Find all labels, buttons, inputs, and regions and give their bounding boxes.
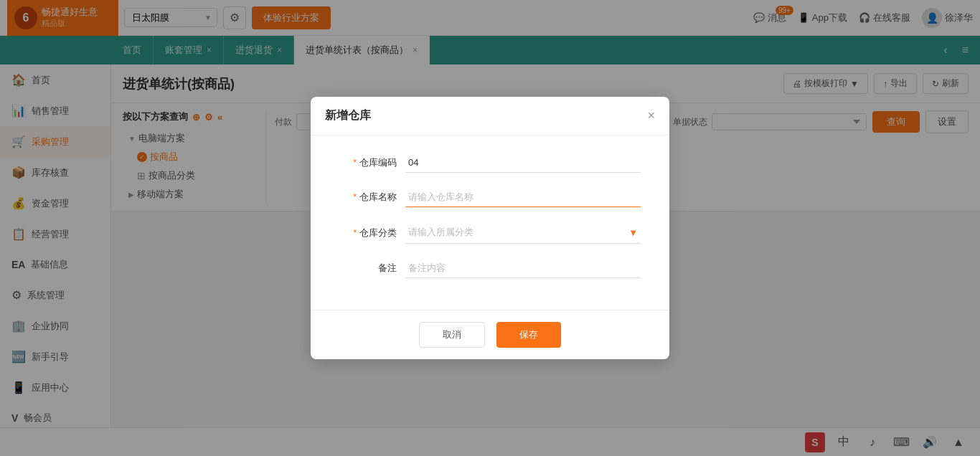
name-label: 仓库名称 bbox=[339, 191, 397, 204]
category-label: 仓库分类 bbox=[339, 227, 397, 239]
form-row-code: 仓库编码 bbox=[339, 153, 641, 173]
modal-header: 新增仓库 × bbox=[311, 97, 669, 136]
modal-close-btn[interactable]: × bbox=[647, 108, 655, 123]
modal-body: 仓库编码 仓库名称 仓库分类 请输入所属分类 ▼ 备注 bbox=[311, 136, 669, 310]
category-select[interactable]: 请输入所属分类 ▼ bbox=[405, 222, 641, 244]
category-placeholder: 请输入所属分类 bbox=[408, 226, 473, 239]
note-label: 备注 bbox=[339, 262, 397, 275]
form-row-note: 备注 bbox=[339, 258, 641, 278]
category-dropdown-icon: ▼ bbox=[628, 227, 638, 238]
form-row-name: 仓库名称 bbox=[339, 187, 641, 207]
new-warehouse-modal: 新增仓库 × 仓库编码 仓库名称 仓库分类 请输入所属分类 ▼ bbox=[311, 97, 669, 359]
modal-footer: 取消 保存 bbox=[311, 310, 669, 359]
form-row-category: 仓库分类 请输入所属分类 ▼ bbox=[339, 222, 641, 244]
code-label: 仓库编码 bbox=[339, 156, 397, 169]
note-input[interactable] bbox=[405, 258, 641, 278]
save-button[interactable]: 保存 bbox=[496, 322, 561, 348]
modal-title: 新增仓库 bbox=[325, 108, 371, 123]
cancel-button[interactable]: 取消 bbox=[419, 322, 485, 348]
code-input[interactable] bbox=[405, 153, 641, 173]
name-input[interactable] bbox=[405, 187, 641, 207]
modal-overlay: 新增仓库 × 仓库编码 仓库名称 仓库分类 请输入所属分类 ▼ bbox=[0, 0, 980, 456]
